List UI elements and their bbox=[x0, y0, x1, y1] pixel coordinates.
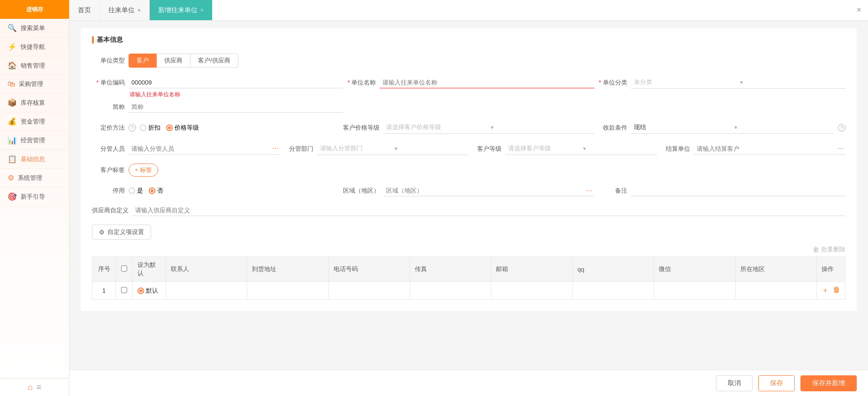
supplier-custom-input[interactable] bbox=[132, 205, 845, 216]
save-button[interactable]: 保存 bbox=[758, 375, 795, 391]
col-contact: 联系人 bbox=[166, 257, 247, 282]
section-title-text: 基本信息 bbox=[97, 36, 123, 44]
notes-input[interactable] bbox=[631, 185, 845, 196]
settlement-unit-ellipsis[interactable]: ··· bbox=[836, 144, 845, 153]
payment-terms-select[interactable]: 现结 ▼ bbox=[631, 121, 834, 134]
inventory-icon: 📦 bbox=[8, 98, 17, 107]
payment-terms-value: 现结 bbox=[634, 123, 732, 132]
gear-icon: ⚙ bbox=[99, 229, 105, 236]
type-btn-supplier[interactable]: 供应商 bbox=[157, 54, 190, 68]
save-new-button[interactable]: 保存并新增 bbox=[800, 375, 857, 391]
row-delete-icon[interactable]: 🗑 bbox=[833, 286, 840, 295]
sidebar-item-inventory[interactable]: 📦 库存核算 bbox=[0, 93, 69, 112]
sidebar-home-icon[interactable]: ⌂ bbox=[28, 382, 33, 392]
sidebar-item-system[interactable]: ⚙ 系统管理 bbox=[0, 169, 69, 187]
batch-delete-label[interactable]: 批量删除 bbox=[821, 245, 845, 254]
sidebar-item-search[interactable]: 🔍 搜索菜单 bbox=[0, 19, 69, 38]
row-email-input[interactable] bbox=[496, 287, 567, 294]
unit-category-select[interactable]: 未分类 ▼ bbox=[631, 76, 845, 89]
row-address-input[interactable] bbox=[252, 287, 323, 294]
row-phone[interactable] bbox=[328, 282, 410, 300]
row-address[interactable] bbox=[247, 282, 328, 300]
title-bar-decoration bbox=[92, 36, 94, 44]
radio-no[interactable]: 否 bbox=[149, 186, 163, 195]
sidebar-item-guide[interactable]: 🎯 新手引导 bbox=[0, 187, 69, 206]
row-contact-input[interactable] bbox=[171, 287, 242, 294]
row-phone-input[interactable] bbox=[334, 287, 405, 294]
sidebar-item-label: 库存核算 bbox=[21, 99, 45, 107]
batch-delete-area: 🗑 批量删除 bbox=[92, 245, 845, 254]
manager-input[interactable] bbox=[129, 143, 270, 154]
tab-new-partner[interactable]: 新增往来单位 × bbox=[150, 0, 213, 20]
customer-level-label: 客户等级 bbox=[469, 145, 502, 153]
cancel-button[interactable]: 取消 bbox=[716, 375, 753, 391]
row-fax[interactable] bbox=[410, 282, 491, 300]
row-actions-cell: ＋ 🗑 bbox=[816, 282, 845, 300]
customer-level-placeholder: 请选择客户等级 bbox=[508, 144, 580, 153]
tags-row: 客户标签 + 标签 bbox=[92, 163, 845, 177]
manager-row: 分管人员 ··· 分管部门 请输入分管部门 ▼ 客户等级 bbox=[92, 142, 845, 155]
manager-ellipsis[interactable]: ··· bbox=[270, 144, 280, 153]
close-all-tabs[interactable]: × bbox=[850, 0, 868, 20]
col-email: 邮箱 bbox=[491, 257, 572, 282]
row-fax-input[interactable] bbox=[415, 287, 486, 294]
radio-no-circle bbox=[149, 187, 155, 194]
region-ellipsis[interactable]: ··· bbox=[584, 186, 594, 195]
sidebar-item-label: 经营管理 bbox=[21, 136, 45, 145]
settlement-unit-input[interactable] bbox=[694, 143, 836, 154]
custom-settings-label: 自定义项设置 bbox=[107, 228, 144, 236]
region-input[interactable] bbox=[383, 185, 584, 196]
sidebar-item-quick[interactable]: ⚡ 快捷导航 bbox=[0, 38, 69, 56]
unit-code-input[interactable] bbox=[129, 77, 343, 88]
sidebar-item-label: 搜索菜单 bbox=[21, 24, 45, 32]
tab-partners[interactable]: 往来单位 × bbox=[100, 0, 150, 20]
customer-level-select[interactable]: 请选择客户等级 ▼ bbox=[505, 142, 657, 155]
row-contact[interactable] bbox=[166, 282, 247, 300]
custom-settings-button[interactable]: ⚙ 自定义项设置 bbox=[92, 225, 151, 240]
col-seq: 序号 bbox=[92, 257, 116, 282]
add-tag-button[interactable]: + 标签 bbox=[129, 163, 158, 177]
help-icon[interactable]: ? bbox=[129, 124, 136, 132]
section-title: 基本信息 bbox=[92, 36, 845, 44]
sidebar-item-basic[interactable]: 📋 基础信息 bbox=[0, 150, 69, 169]
sidebar-item-operations[interactable]: 📊 经营管理 bbox=[0, 131, 69, 150]
tab-new-partner-close[interactable]: × bbox=[200, 7, 204, 14]
row-qq[interactable] bbox=[572, 282, 654, 300]
row-wechat[interactable] bbox=[654, 282, 735, 300]
row-default-radio[interactable]: 默认 bbox=[137, 287, 161, 295]
department-select[interactable]: 请输入分管部门 ▼ bbox=[317, 142, 469, 155]
tab-partners-close[interactable]: × bbox=[137, 7, 141, 14]
row-region-input[interactable] bbox=[740, 287, 812, 294]
tab-home[interactable]: 首页 bbox=[69, 0, 100, 20]
payment-terms-help[interactable]: ? bbox=[838, 124, 845, 132]
short-name-input[interactable] bbox=[129, 101, 343, 113]
row-seq: 1 bbox=[92, 282, 116, 300]
row-wechat-input[interactable] bbox=[659, 287, 730, 294]
select-all-checkbox[interactable] bbox=[121, 265, 127, 272]
customer-price-level-select[interactable]: 请选择客户价格等级 ▼ bbox=[383, 121, 594, 134]
purchase-icon: 🛍 bbox=[8, 80, 15, 88]
row-qq-input[interactable] bbox=[578, 287, 649, 294]
type-btn-both[interactable]: 客户/供应商 bbox=[190, 54, 238, 68]
row-email[interactable] bbox=[491, 282, 572, 300]
basic-info-section: 基本信息 单位类型 客户 供应商 客户/供应商 单位编码 bbox=[81, 28, 857, 311]
type-btn-customer[interactable]: 客户 bbox=[129, 54, 157, 68]
row-region-cell[interactable] bbox=[735, 282, 816, 300]
row-checkbox[interactable] bbox=[121, 287, 127, 293]
unit-name-input[interactable] bbox=[380, 77, 594, 88]
radio-price-level[interactable]: 价格等级 bbox=[166, 124, 199, 132]
col-actions: 操作 bbox=[816, 257, 845, 282]
sidebar-item-sales[interactable]: 🏠 销售管理 bbox=[0, 56, 69, 75]
row-add-icon[interactable]: ＋ bbox=[822, 286, 829, 295]
unit-type-row: 单位类型 客户 供应商 客户/供应商 bbox=[92, 54, 845, 68]
radio-yes[interactable]: 是 bbox=[129, 186, 143, 195]
radio-discount[interactable]: 折扣 bbox=[140, 124, 160, 132]
sidebar-item-purchase[interactable]: 🛍 采购管理 bbox=[0, 75, 69, 93]
pricing-row: 定价方法 ? 折扣 价格等级 客户价格等级 bbox=[92, 121, 845, 134]
sidebar-expand-icon[interactable]: ≡ bbox=[37, 382, 42, 392]
department-label: 分管部门 bbox=[281, 145, 313, 153]
sidebar-item-finance[interactable]: 💰 资金管理 bbox=[0, 112, 69, 131]
unit-type-buttons: 客户 供应商 客户/供应商 bbox=[129, 54, 238, 68]
unit-category-field: 单位分类 未分类 ▼ bbox=[594, 76, 845, 89]
col-wechat: 微信 bbox=[654, 257, 735, 282]
